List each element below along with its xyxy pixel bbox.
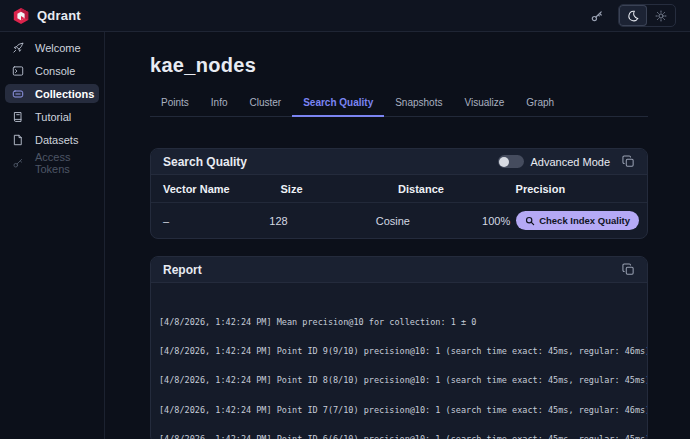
sidebar-item-tutorial[interactable]: Tutorial <box>5 107 99 126</box>
theme-toggle-group <box>618 4 676 27</box>
light-mode-button[interactable] <box>647 5 675 26</box>
check-button-label: Check Index Quality <box>539 215 630 226</box>
collection-tabs: Points Info Cluster Search Quality Snaps… <box>150 91 648 117</box>
top-bar: Qdrant <box>0 0 690 32</box>
advanced-mode-toggle[interactable]: Advanced Mode <box>498 155 611 168</box>
column-header-precision: Precision <box>516 183 639 195</box>
log-line: [4/8/2026, 1:42:24 PM] Point ID 9(9/10) … <box>159 347 639 357</box>
qdrant-logo-icon <box>12 7 30 25</box>
rocket-icon <box>12 42 24 54</box>
report-card: Report [4/8/2026, 1:42:24 PM] Mean preci… <box>150 256 648 439</box>
column-header-size: Size <box>281 183 399 195</box>
copy-button[interactable] <box>620 153 637 170</box>
sidebar-item-welcome[interactable]: Welcome <box>5 38 99 57</box>
sidebar-item-access-tokens[interactable]: Access Tokens <box>5 153 99 172</box>
tab-cluster[interactable]: Cluster <box>238 91 292 117</box>
sidebar-item-console[interactable]: Console <box>5 61 99 80</box>
moon-icon <box>627 10 639 22</box>
cell-vector-name: – <box>163 215 269 227</box>
cell-precision: 100% Check Index Quality <box>482 211 639 230</box>
check-index-quality-button[interactable]: Check Index Quality <box>516 211 639 230</box>
cell-size: 128 <box>269 215 375 227</box>
tab-snapshots[interactable]: Snapshots <box>384 91 453 117</box>
sidebar-item-label: Tutorial <box>35 111 71 123</box>
magnifier-icon <box>525 216 535 226</box>
sun-icon <box>655 10 667 22</box>
precision-value: 100% <box>482 215 510 227</box>
toggle-switch[interactable] <box>498 155 524 168</box>
sidebar-item-collections[interactable]: Collections <box>5 84 99 103</box>
api-key-button[interactable] <box>588 7 606 25</box>
log-line: [4/8/2026, 1:42:24 PM] Point ID 8(8/10) … <box>159 376 639 386</box>
report-log[interactable]: [4/8/2026, 1:42:24 PM] Mean precision@10… <box>151 283 647 439</box>
book-icon <box>12 111 24 123</box>
advanced-mode-label: Advanced Mode <box>531 156 611 168</box>
tab-points[interactable]: Points <box>150 91 200 117</box>
file-icon <box>12 134 24 146</box>
sidebar-item-label: Collections <box>35 88 94 100</box>
search-quality-card-header: Search Quality Advanced Mode <box>151 149 647 175</box>
stack-icon <box>12 88 24 100</box>
tab-search-quality[interactable]: Search Quality <box>292 91 384 117</box>
card-title: Search Quality <box>163 155 247 169</box>
page-title: kae_nodes <box>150 54 648 77</box>
toggle-knob <box>499 157 509 167</box>
log-line: [4/8/2026, 1:42:24 PM] Point ID 7(7/10) … <box>159 406 639 416</box>
main-content: kae_nodes Points Info Cluster Search Qua… <box>105 32 690 439</box>
column-header-vector-name: Vector Name <box>163 183 281 195</box>
copy-icon <box>622 155 635 168</box>
column-header-distance: Distance <box>398 183 516 195</box>
sidebar: Welcome Console Collections Tutorial <box>0 32 105 439</box>
search-quality-card: Search Quality Advanced Mode <box>150 148 648 239</box>
table-row: – 128 Cosine 100% Check Index Quality <box>151 203 647 238</box>
sidebar-item-label: Access Tokens <box>35 151 92 175</box>
tab-visualize[interactable]: Visualize <box>453 91 515 117</box>
table-header-row: Vector Name Size Distance Precision <box>151 175 647 203</box>
tab-info[interactable]: Info <box>200 91 239 117</box>
key-icon <box>12 157 24 169</box>
brand-name: Qdrant <box>37 8 81 23</box>
copy-icon <box>622 263 635 276</box>
terminal-icon <box>12 65 24 77</box>
report-title: Report <box>163 263 202 277</box>
sidebar-item-label: Welcome <box>35 42 81 54</box>
sidebar-item-label: Datasets <box>35 134 78 146</box>
log-line: [4/8/2026, 1:42:24 PM] Point ID 6(6/10) … <box>159 435 639 439</box>
report-card-header: Report <box>151 257 647 283</box>
log-line: [4/8/2026, 1:42:24 PM] Mean precision@10… <box>159 318 639 328</box>
dark-mode-button[interactable] <box>619 5 647 26</box>
qdrant-logo[interactable]: Qdrant <box>12 7 81 25</box>
key-icon <box>590 9 604 23</box>
sidebar-item-datasets[interactable]: Datasets <box>5 130 99 149</box>
sidebar-item-label: Console <box>35 65 75 77</box>
copy-report-button[interactable] <box>620 261 637 278</box>
cell-distance: Cosine <box>376 215 482 227</box>
vectors-table: Vector Name Size Distance Precision – 12… <box>151 175 647 238</box>
tab-graph[interactable]: Graph <box>515 91 565 117</box>
